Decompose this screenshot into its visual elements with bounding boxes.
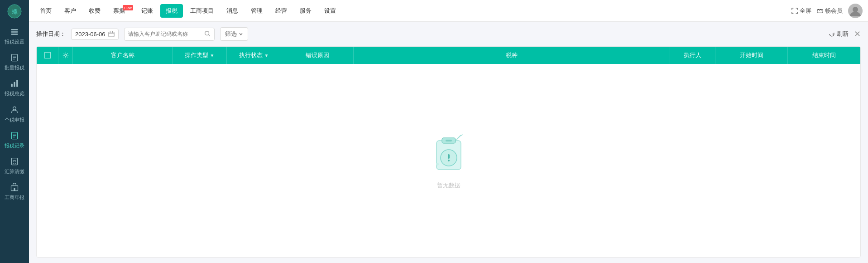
table-container: 客户名称 操作类型 ▼ 执行状态 ▼ 错误原因 税种 执行人: [36, 46, 861, 258]
search-box[interactable]: [124, 28, 215, 41]
svg-point-43: [436, 163, 439, 166]
svg-rect-11: [16, 80, 18, 87]
svg-rect-2: [11, 29, 18, 30]
svg-rect-4: [11, 34, 18, 35]
sidebar-item-label: 报税总览: [5, 91, 24, 97]
calendar-icon: [108, 31, 115, 37]
calculate-icon: [9, 156, 20, 167]
sidebar-item-label: 工商年报: [5, 195, 24, 200]
sidebar-item-baoshuijilu[interactable]: 报税记录: [0, 127, 29, 152]
settings-col-icon: [62, 52, 69, 58]
batch-tax-icon: [9, 52, 20, 63]
th-taxtype: 税种: [354, 47, 670, 64]
sidebar-item-label: 报税设置: [5, 39, 24, 45]
nav-item-jizhang[interactable]: 记账: [136, 4, 158, 18]
close-button[interactable]: ✕: [854, 29, 861, 39]
svg-rect-37: [446, 140, 452, 141]
svg-rect-10: [14, 82, 15, 87]
nav-item-customer[interactable]: 客户: [59, 4, 82, 18]
select-all-checkbox[interactable]: [44, 52, 51, 58]
svg-point-12: [13, 107, 16, 110]
vip-button[interactable]: 畅会员: [817, 7, 843, 15]
sidebar-item-baoshuishezhi[interactable]: 报税设置: [0, 23, 29, 49]
person-icon: [9, 104, 20, 115]
date-input[interactable]: 2023-06-06: [71, 29, 119, 40]
filter-button[interactable]: 筛选: [220, 27, 248, 41]
svg-text:螺: 螺: [12, 8, 18, 15]
new-badge: new: [123, 5, 133, 10]
svg-rect-3: [11, 31, 18, 33]
company-icon: [9, 182, 20, 193]
record-icon: [9, 130, 20, 141]
sidebar: 螺 报税设置 批量报税: [0, 0, 29, 263]
sidebar-item-label: 批量报税: [5, 65, 24, 71]
search-button[interactable]: [201, 28, 214, 40]
th-endtime: 结束时间: [788, 47, 860, 64]
search-icon: [204, 30, 211, 37]
nav-right: 全屏 畅会员: [791, 4, 863, 18]
nav-item-jingying[interactable]: 经营: [270, 4, 293, 18]
status-sort-icon: ▼: [264, 53, 269, 58]
th-errorreason: 错误原因: [281, 47, 354, 64]
fullscreen-button[interactable]: 全屏: [791, 7, 811, 15]
fullscreen-label: 全屏: [800, 7, 811, 15]
th-optype[interactable]: 操作类型 ▼: [173, 47, 227, 64]
svg-line-33: [208, 34, 210, 36]
nav-item-shoufei[interactable]: 收费: [83, 4, 106, 18]
toolbar: 操作日期： 2023-06-06: [36, 27, 861, 41]
sidebar-item-label: 个税申报: [5, 117, 24, 123]
fullscreen-icon: [791, 8, 798, 14]
nav-item-gongshang[interactable]: 工商项目: [185, 4, 219, 18]
refresh-icon: [829, 31, 835, 37]
th-customer: 客户名称: [73, 47, 173, 64]
content-area: 操作日期： 2023-06-06: [29, 22, 868, 263]
date-label: 操作日期：: [36, 30, 66, 38]
sidebar-item-label: 报税记录: [5, 143, 24, 149]
table-header: 客户名称 操作类型 ▼ 执行状态 ▼ 错误原因 税种 执行人: [37, 47, 860, 64]
nav-item-baoshui[interactable]: 报税: [160, 4, 183, 18]
th-status[interactable]: 执行状态 ▼: [227, 47, 281, 64]
nav-item-piao[interactable]: 票据 new: [108, 4, 134, 18]
sidebar-item-huisuanqingshu[interactable]: 汇算清缴: [0, 152, 29, 178]
th-settings: [58, 47, 73, 64]
svg-point-40: [448, 160, 450, 161]
th-checkbox[interactable]: [37, 47, 58, 64]
main-area: 首页 客户 收费 票据 new 记账 报税 工商项目 消息 管理 经营 服务 设…: [29, 0, 868, 263]
table-body: 暂无数据: [37, 64, 860, 257]
svg-rect-24: [14, 188, 15, 191]
sidebar-item-label: 汇算清缴: [5, 169, 24, 175]
refresh-button[interactable]: 刷新: [829, 30, 849, 38]
search-input[interactable]: [125, 29, 201, 39]
svg-point-34: [64, 54, 66, 56]
nav-item-xiaoxi[interactable]: 消息: [221, 4, 244, 18]
nav-item-fuwu[interactable]: 服务: [294, 4, 317, 18]
nav-item-shezhi[interactable]: 设置: [319, 4, 341, 18]
sidebar-item-gongshangnianbaio[interactable]: 工商年报: [0, 178, 29, 204]
vip-label: 畅会员: [825, 7, 843, 15]
avatar-icon: [848, 4, 863, 18]
sidebar-item-piliangshuishui[interactable]: 批量报税: [0, 49, 29, 74]
svg-rect-39: [448, 154, 450, 159]
svg-rect-9: [11, 84, 13, 87]
empty-state: 暂无数据: [428, 132, 469, 190]
date-value: 2023-06-06: [75, 31, 106, 38]
svg-point-32: [205, 31, 209, 35]
settings-icon: [9, 26, 20, 37]
svg-rect-28: [108, 32, 114, 37]
user-avatar[interactable]: [848, 4, 863, 18]
overview-icon: [9, 78, 20, 89]
empty-illustration: [428, 132, 469, 177]
th-executor: 执行人: [670, 47, 715, 64]
empty-text: 暂无数据: [437, 181, 460, 190]
svg-rect-17: [11, 158, 17, 165]
filter-label: 筛选: [225, 30, 237, 38]
nav-item-guanli[interactable]: 管理: [245, 4, 268, 18]
top-nav: 首页 客户 收费 票据 new 记账 报税 工商项目 消息 管理 经营 服务 设…: [29, 0, 868, 22]
refresh-label: 刷新: [837, 30, 849, 38]
svg-marker-42: [461, 134, 463, 136]
sidebar-item-geshuishenbao[interactable]: 个税申报: [0, 101, 29, 127]
sidebar-item-baoshuizonglan[interactable]: 报税总览: [0, 74, 29, 100]
th-starttime: 开始时间: [715, 47, 788, 64]
svg-point-27: [853, 7, 858, 12]
nav-item-home[interactable]: 首页: [34, 4, 57, 18]
